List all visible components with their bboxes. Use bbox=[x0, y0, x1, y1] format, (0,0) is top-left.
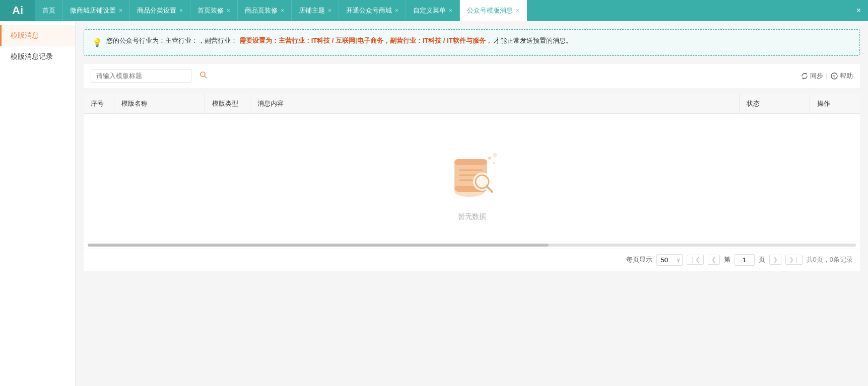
notice-icon: 💡 bbox=[92, 36, 102, 49]
page-unit: 页 bbox=[759, 255, 765, 264]
topbar-tab-custom-menu[interactable]: 自定义菜单 × bbox=[406, 0, 460, 21]
col-status: 状态 bbox=[739, 94, 810, 114]
topbar-tab-category-settings[interactable]: 商品分类设置 × bbox=[130, 0, 190, 21]
last-page-button[interactable]: ❯❘ bbox=[785, 255, 803, 265]
tab-close-shop-theme[interactable]: × bbox=[328, 7, 331, 14]
svg-point-15 bbox=[493, 162, 495, 164]
topbar-tab-template-message[interactable]: 公众号模版消息 × bbox=[460, 0, 527, 21]
topbar-tabs: 首页微商城店铺设置 ×商品分类设置 ×首页装修 ×商品页装修 ×店铺主题 ×开通… bbox=[35, 0, 849, 21]
sidebar-item-template-record[interactable]: 模版消息记录 bbox=[0, 46, 75, 67]
sidebar: 模版消息模版消息记录 bbox=[0, 21, 76, 386]
help-icon: ? bbox=[831, 72, 838, 80]
content-area: 💡 您的公众号行业为：主营行业：，副营行业： 需要设置为：主营行业：IT科技 /… bbox=[76, 21, 868, 386]
sync-icon bbox=[801, 72, 808, 80]
col-action: 操作 bbox=[810, 94, 860, 114]
empty-state: 暂无数据 bbox=[84, 114, 860, 242]
search-input[interactable] bbox=[91, 69, 191, 83]
search-right: 同步 | ? 帮助 bbox=[801, 71, 853, 81]
tab-close-home-decoration[interactable]: × bbox=[227, 7, 230, 14]
svg-rect-6 bbox=[454, 159, 487, 165]
topbar-tab-home[interactable]: 首页 bbox=[35, 0, 63, 21]
page-size-label: 每页显示 bbox=[626, 255, 652, 264]
empty-illustration-svg bbox=[442, 144, 502, 204]
scrollbar-thumb[interactable] bbox=[88, 244, 549, 247]
svg-text:?: ? bbox=[833, 74, 835, 79]
divider: | bbox=[826, 72, 828, 80]
search-row: 同步 | ? 帮助 bbox=[84, 64, 860, 88]
scrollbar-track[interactable] bbox=[88, 244, 856, 247]
topbar: Ai 首页微商城店铺设置 ×商品分类设置 ×首页装修 ×商品页装修 ×店铺主题 … bbox=[0, 0, 868, 21]
topbar-tab-product-decoration[interactable]: 商品页装修 × bbox=[238, 0, 292, 21]
topbar-tab-home-decoration[interactable]: 首页装修 × bbox=[190, 0, 238, 21]
empty-illustration bbox=[442, 144, 502, 204]
tab-close-open-mall[interactable]: × bbox=[395, 7, 398, 14]
first-page-button[interactable]: ❘❮ bbox=[687, 255, 704, 265]
next-page-button[interactable]: ❯ bbox=[769, 255, 781, 265]
tab-close-template-message[interactable]: × bbox=[516, 7, 519, 14]
total-info: 共0页，0条记录 bbox=[807, 255, 853, 264]
sync-button[interactable]: 同步 bbox=[801, 71, 823, 81]
search-left bbox=[91, 69, 212, 83]
table-header-row: 序号 模版名称 模版类型 消息内容 状态 操作 bbox=[84, 94, 860, 114]
prev-page-button[interactable]: ❮ bbox=[708, 255, 720, 265]
app-logo: Ai bbox=[0, 0, 35, 21]
scrollbar-area[interactable] bbox=[84, 242, 860, 249]
search-button[interactable] bbox=[195, 69, 212, 83]
col-index: 序号 bbox=[84, 94, 114, 114]
svg-point-14 bbox=[488, 157, 491, 160]
topbar-tab-shop-theme[interactable]: 店铺主题 × bbox=[292, 0, 339, 21]
svg-line-1 bbox=[205, 76, 207, 78]
notice-text: 您的公众号行业为：主营行业：，副营行业： 需要设置为：主营行业：IT科技 / 互… bbox=[106, 36, 851, 46]
col-name: 模版名称 bbox=[114, 94, 205, 114]
table-header: 序号 模版名称 模版类型 消息内容 状态 操作 bbox=[84, 94, 860, 114]
tab-close-custom-menu[interactable]: × bbox=[449, 7, 452, 14]
svg-point-16 bbox=[493, 153, 497, 157]
search-icon bbox=[199, 71, 208, 79]
page-label: 第 bbox=[724, 255, 730, 264]
tab-close-shop-settings[interactable]: × bbox=[119, 7, 122, 14]
page-size-wrapper: 50 10 20 100 bbox=[656, 254, 683, 266]
sidebar-item-template-msg[interactable]: 模版消息 bbox=[0, 25, 75, 46]
topbar-tab-shop-settings[interactable]: 微商城店铺设置 × bbox=[63, 0, 130, 21]
page-size-select[interactable]: 50 10 20 100 bbox=[656, 254, 683, 266]
tab-close-product-decoration[interactable]: × bbox=[281, 7, 284, 14]
help-button[interactable]: ? 帮助 bbox=[831, 71, 853, 81]
table-wrapper: 序号 模版名称 模版类型 消息内容 状态 操作 bbox=[84, 94, 860, 271]
col-content: 消息内容 bbox=[250, 94, 739, 114]
main-layout: 模版消息模版消息记录 💡 您的公众号行业为：主营行业：，副营行业： 需要设置为：… bbox=[0, 21, 868, 386]
notice-bar: 💡 您的公众号行业为：主营行业：，副营行业： 需要设置为：主营行业：IT科技 /… bbox=[84, 29, 860, 56]
topbar-tab-open-mall[interactable]: 开通公众号商城 × bbox=[339, 0, 406, 21]
tab-close-category-settings[interactable]: × bbox=[179, 7, 183, 14]
close-all-button[interactable]: × bbox=[849, 0, 868, 21]
empty-text: 暂无数据 bbox=[458, 212, 486, 221]
page-number-input[interactable] bbox=[735, 254, 755, 266]
col-type: 模版类型 bbox=[205, 94, 250, 114]
pagination-row: 每页显示 50 10 20 100 ❘❮ ❮ 第 页 ❯ ❯❘ 共0页，0条记录 bbox=[84, 249, 860, 271]
data-table: 序号 模版名称 模版类型 消息内容 状态 操作 bbox=[84, 94, 860, 114]
